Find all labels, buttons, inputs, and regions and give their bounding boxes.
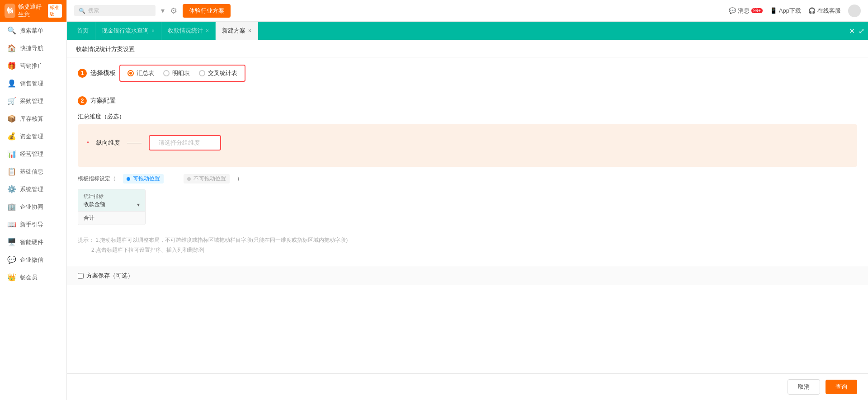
- page-title: 收款情况统计方案设置: [76, 46, 135, 52]
- stats-header-inner: 收款金额 ▾: [84, 201, 140, 208]
- sidebar-item-label: 销售管理: [20, 80, 43, 88]
- vertical-dimension-label: 纵向维度: [96, 139, 120, 147]
- user-avatar[interactable]: [848, 5, 861, 17]
- radio-detail-circle: [163, 70, 170, 76]
- not-draggable-dot: [187, 177, 191, 181]
- close-new-plan-icon[interactable]: ×: [248, 28, 251, 34]
- tab-bank-flow[interactable]: 现金银行流水查询 ×: [95, 22, 161, 40]
- close-bank-flow-icon[interactable]: ×: [151, 28, 155, 34]
- bottom-action-bar: 取消 查询: [67, 373, 868, 400]
- radio-cross[interactable]: 交叉统计表: [199, 69, 237, 77]
- tab-collection-stat[interactable]: 收款情况统计 ×: [161, 22, 216, 40]
- query-button[interactable]: 查询: [826, 380, 857, 394]
- support-item[interactable]: 🎧 在线客服: [808, 7, 841, 15]
- notification-item[interactable]: 💬 消息 99+: [729, 7, 763, 15]
- template-options-box: 汇总表 明细表 交叉统计表: [119, 65, 245, 82]
- logo-badge: 标准版: [48, 4, 62, 18]
- crown-icon: 👑: [7, 273, 16, 282]
- indicator-settings-middle: [171, 175, 176, 183]
- gear-icon: ⚙️: [7, 185, 16, 193]
- chat-icon: 💬: [7, 255, 16, 264]
- download-item[interactable]: 📱 App下载: [770, 7, 801, 15]
- stats-dropdown-icon[interactable]: ▾: [137, 202, 140, 208]
- dimension-select-button[interactable]: 请选择分组维度: [149, 135, 221, 151]
- tip1: 1.拖动标题栏可以调整布局，不可跨维度或指标区域拖动栏目字段(只能在同一维度或指…: [95, 237, 348, 243]
- sidebar-item-finance[interactable]: 💰 资金管理: [0, 127, 66, 145]
- page-header: 收款情况统计方案设置: [67, 40, 868, 57]
- support-icon: 🎧: [808, 7, 816, 14]
- section-template: 1 选择模板 汇总表 明细表 交叉统计表: [67, 57, 868, 96]
- chart-icon: 📊: [7, 150, 16, 158]
- search-placeholder: 搜索: [88, 7, 99, 14]
- content-inner: 收款情况统计方案设置 1 选择模板 汇总表 明细表: [67, 40, 868, 373]
- tab-home[interactable]: 首页: [71, 22, 95, 40]
- draggable-dot: [127, 177, 130, 181]
- not-draggable-badge: 不可拖动位置: [184, 174, 230, 184]
- close-all-tabs-icon[interactable]: ✕: [849, 27, 855, 35]
- sidebar-item-member[interactable]: 👑 畅会员: [0, 268, 66, 286]
- section1-title: 1 选择模板 汇总表 明细表 交叉统计表: [78, 65, 857, 82]
- sidebar-item-label: 快捷导航: [20, 44, 43, 52]
- sidebar-item-label: 企业协同: [20, 203, 43, 211]
- sidebar-item-search-menu[interactable]: 🔍 搜索菜单: [0, 22, 66, 39]
- industry-btn[interactable]: 体验行业方案: [183, 4, 231, 18]
- radio-summary[interactable]: 汇总表: [127, 69, 154, 77]
- notification-icon: 💬: [729, 7, 736, 14]
- tips-text: 提示： 1.拖动标题栏可以调整布局，不可跨维度或指标区域拖动栏目字段(只能在同一…: [78, 235, 857, 255]
- building-icon: 🏢: [7, 202, 16, 211]
- dimension-area: * 纵向维度 —— 请选择分组维度: [78, 124, 857, 167]
- list-icon: 📋: [7, 167, 16, 176]
- section1-num: 1: [78, 69, 87, 78]
- sidebar-item-marketing[interactable]: 🎁 营销推广: [0, 57, 66, 75]
- main-area: 🔍 搜索 ▾ ⚙ 体验行业方案 💬 消息 99+ 📱 App下载 🎧 在线客服: [67, 0, 868, 400]
- sidebar-item-enterprise[interactable]: 🏢 企业协同: [0, 198, 66, 216]
- stats-column-label: 收款金额: [84, 201, 105, 208]
- sidebar-item-sales[interactable]: 👤 销售管理: [0, 75, 66, 92]
- save-checkbox-label[interactable]: 方案保存（可选）: [78, 272, 133, 280]
- home-icon: 🏠: [7, 44, 16, 52]
- expand-tabs-icon[interactable]: ⤢: [859, 27, 864, 35]
- sidebar-item-basic-info[interactable]: 📋 基础信息: [0, 163, 66, 180]
- sidebar-item-label: 经营管理: [20, 150, 43, 158]
- topbar-dropdown-icon[interactable]: ▾: [161, 6, 165, 15]
- section1-label: 选择模板: [90, 69, 116, 77]
- cancel-button[interactable]: 取消: [788, 379, 820, 395]
- radio-summary-circle: [127, 70, 134, 76]
- gift-icon: 🎁: [7, 61, 16, 70]
- indicator-area: 模板指标设定（ 可拖动位置 不可拖动位置 ）: [78, 174, 857, 226]
- user-icon: 👤: [7, 79, 16, 88]
- search-menu-icon: 🔍: [7, 26, 16, 35]
- sidebar-item-operations[interactable]: 📊 经营管理: [0, 145, 66, 163]
- box-icon: 📦: [7, 114, 16, 123]
- save-checkbox[interactable]: [78, 273, 84, 279]
- sidebar-item-label: 采购管理: [20, 97, 43, 105]
- sidebar-item-inventory[interactable]: 📦 库存核算: [0, 110, 66, 127]
- vertical-dimension-row: * 纵向维度 —— 请选择分组维度: [87, 135, 848, 151]
- money-icon: 💰: [7, 132, 16, 141]
- tabs-actions: ✕ ⤢: [849, 27, 864, 35]
- tab-new-plan[interactable]: 新建方案 ×: [216, 22, 258, 40]
- sidebar-item-label: 资金管理: [20, 132, 43, 141]
- sidebar-item-system[interactable]: ⚙️ 系统管理: [0, 180, 66, 198]
- indicator-label-row: 模板指标设定（ 可拖动位置 不可拖动位置 ）: [78, 174, 857, 184]
- dimension-required-mark: *: [87, 140, 89, 146]
- topbar-gear-icon[interactable]: ⚙: [170, 6, 177, 16]
- sidebar-item-guide[interactable]: 📖 新手引导: [0, 216, 66, 233]
- tips-section: 提示： 1.拖动标题栏可以调整布局，不可跨维度或指标区域拖动栏目字段(只能在同一…: [78, 226, 857, 259]
- tip2: 2.点击标题栏下拉可设置排序、插入列和删除列: [78, 247, 204, 253]
- monitor-icon: 🖥️: [7, 238, 16, 246]
- sidebar-item-purchase[interactable]: 🛒 采购管理: [0, 92, 66, 110]
- close-collection-stat-icon[interactable]: ×: [206, 28, 209, 34]
- section2-num: 2: [78, 96, 87, 105]
- sidebar-item-hardware[interactable]: 🖥️ 智能硬件: [0, 233, 66, 251]
- sidebar-item-wechat[interactable]: 💬 企业微信: [0, 251, 66, 268]
- download-icon: 📱: [770, 7, 777, 14]
- sidebar-item-quick-nav[interactable]: 🏠 快捷导航: [0, 39, 66, 57]
- notification-badge: 99+: [751, 8, 763, 13]
- radio-detail[interactable]: 明细表: [163, 69, 190, 77]
- topbar: 🔍 搜索 ▾ ⚙ 体验行业方案 💬 消息 99+ 📱 App下载 🎧 在线客服: [67, 0, 868, 22]
- sidebar-item-label: 库存核算: [20, 115, 43, 123]
- tabs-bar: 首页 现金银行流水查询 × 收款情况统计 × 新建方案 × ✕ ⤢: [67, 22, 868, 40]
- draggable-badge: 可拖动位置: [123, 174, 164, 184]
- search-box[interactable]: 🔍 搜索: [74, 5, 156, 16]
